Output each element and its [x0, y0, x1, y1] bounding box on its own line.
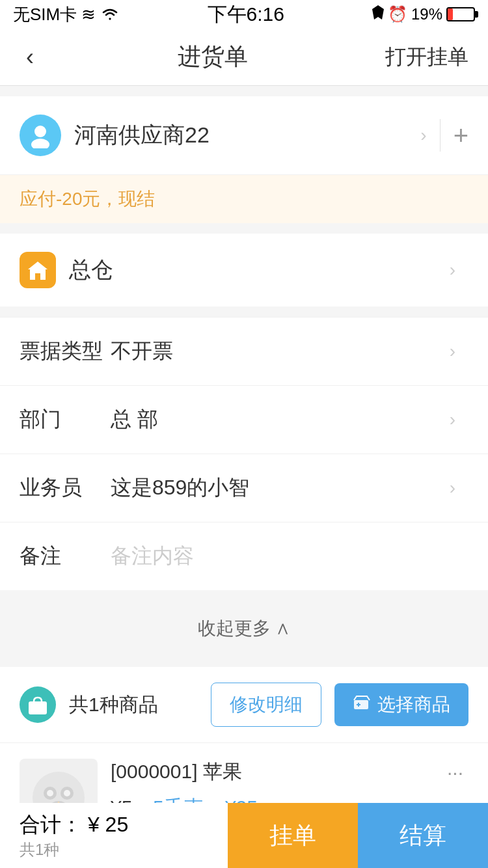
shopping-bag-icon — [26, 695, 49, 714]
department-row[interactable]: 部门 总 部 › — [0, 385, 488, 454]
total-label: 合计： — [20, 813, 82, 836]
status-right: ⏰ 19% — [372, 5, 475, 23]
back-button[interactable]: ‹ — [20, 37, 40, 77]
collapse-row[interactable]: 收起更多 ∧ — [0, 601, 488, 657]
hang-button[interactable]: 挂单 — [228, 803, 358, 868]
product-header: 共1种商品 修改明细 选择商品 — [0, 667, 488, 742]
info-banner: 应付-20元，现结 — [0, 175, 488, 223]
total-count: 共1种 — [20, 839, 208, 860]
svg-marker-2 — [28, 262, 47, 269]
select-product-label: 选择商品 — [377, 692, 450, 717]
more-options-button[interactable]: ··· — [442, 759, 468, 786]
chevron-right-icon-3: › — [450, 341, 455, 362]
status-bar: 无SIM卡 ≋ 下午6:16 ⏰ 19% — [0, 0, 488, 29]
department-label: 部门 — [20, 405, 111, 434]
collapse-label: 收起更多 ∧ — [198, 616, 291, 641]
chevron-right-icon-5: › — [450, 478, 455, 498]
svg-rect-4 — [35, 273, 40, 280]
svg-point-13 — [64, 790, 70, 796]
department-value: 总 部 — [111, 405, 450, 434]
chevron-right-icon: › — [420, 125, 426, 146]
remark-label: 备注 — [20, 542, 111, 571]
spacer-1 — [0, 86, 488, 96]
invoice-type-row[interactable]: 票据类型 不开票 › — [0, 317, 488, 385]
warehouse-name: 总仓 — [69, 255, 450, 285]
form-section: 票据类型 不开票 › 部门 总 部 › 业务员 这是859的小智 › 备注 备注… — [0, 317, 488, 590]
add-supplier-button[interactable]: + — [454, 121, 468, 150]
page-title: 进货单 — [178, 41, 248, 73]
warehouse-row[interactable]: 总仓 › — [0, 234, 488, 306]
bottom-bar: 合计： ¥ 25 共1种 挂单 结算 — [0, 803, 488, 868]
salesperson-value: 这是859的小智 — [111, 474, 450, 502]
product-name: [0000001] 苹果 — [111, 759, 429, 785]
select-product-button[interactable]: 选择商品 — [334, 683, 468, 726]
salesperson-label: 业务员 — [20, 474, 111, 502]
person-icon — [27, 122, 53, 148]
house-icon — [27, 260, 49, 280]
product-count: 共1种商品 — [69, 692, 198, 718]
supplier-section: 河南供应商22 › + 应付-20元，现结 — [0, 96, 488, 223]
battery-icon — [446, 7, 475, 21]
wifi-icon — [101, 5, 119, 25]
total-section: 合计： ¥ 25 共1种 — [0, 803, 228, 868]
invoice-type-label: 票据类型 — [20, 337, 111, 366]
status-time: 下午6:16 — [208, 1, 284, 28]
checkout-button[interactable]: 结算 — [358, 803, 488, 868]
svg-rect-5 — [29, 701, 47, 714]
product-icon — [20, 686, 56, 723]
product-name-text: 苹果 — [203, 761, 242, 782]
warehouse-section: 总仓 › — [0, 234, 488, 306]
total-amount: ¥ 25 — [88, 813, 128, 836]
supplier-avatar — [20, 115, 61, 156]
remark-row[interactable]: 备注 备注内容 — [0, 522, 488, 590]
spacer-2 — [0, 657, 488, 667]
svg-rect-6 — [354, 700, 368, 709]
remark-placeholder: 备注内容 — [111, 542, 468, 571]
open-hang-button[interactable]: 打开挂单 — [385, 43, 468, 72]
edit-detail-button[interactable]: 修改明细 — [211, 683, 321, 727]
carrier-label: 无SIM卡 ≋ — [13, 3, 96, 26]
divider — [440, 119, 441, 152]
alarm-icon: ⏰ — [388, 5, 407, 23]
svg-point-0 — [34, 126, 46, 137]
battery-percent: 19% — [411, 5, 442, 23]
chevron-right-icon-2: › — [450, 260, 455, 280]
battery-fill — [448, 8, 453, 20]
chevron-right-icon-4: › — [450, 409, 455, 430]
svg-point-1 — [31, 139, 49, 148]
salesperson-row[interactable]: 业务员 这是859的小智 › — [0, 454, 488, 522]
supplier-name: 河南供应商22 — [74, 120, 420, 150]
warehouse-icon — [20, 252, 56, 288]
invoice-type-value: 不开票 — [111, 337, 450, 366]
supplier-row[interactable]: 河南供应商22 › + — [0, 96, 488, 175]
total-row: 合计： ¥ 25 — [20, 811, 208, 839]
product-code: [0000001] — [111, 761, 203, 782]
cart-icon — [353, 694, 371, 715]
location-icon — [372, 5, 384, 23]
nav-bar: ‹ 进货单 打开挂单 — [0, 29, 488, 86]
svg-point-12 — [47, 790, 53, 796]
status-left: 无SIM卡 ≋ — [13, 3, 119, 26]
